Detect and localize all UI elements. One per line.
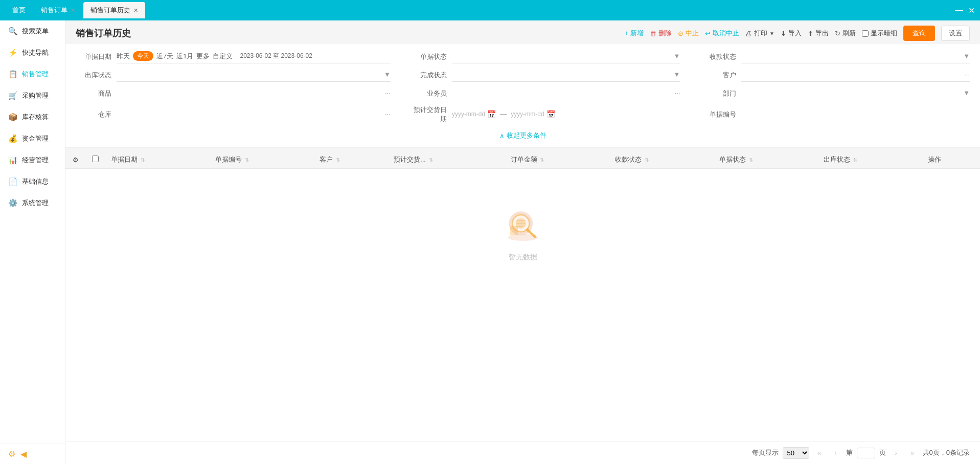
tab-sales-order-history-label: 销售订单历史 [90, 6, 130, 15]
show-cols-checkbox[interactable]: 显示暗细 [862, 29, 897, 38]
tab-sales-order-history[interactable]: 销售订单历史 ✕ [83, 2, 145, 18]
sidebar-item-operations[interactable]: 📊 经营管理 [0, 149, 65, 171]
th-number-label: 单据编号 [215, 156, 242, 163]
sidebar-item-inventory[interactable]: 📦 库存核算 [0, 106, 65, 128]
sidebar-item-basic-info-label: 基础信息 [22, 177, 49, 186]
tab-home-label: 首页 [12, 6, 26, 15]
print-button[interactable]: 🖨 打印 ▼ [745, 29, 774, 38]
quick-nav-icon: ⚡ [8, 48, 18, 57]
product-field[interactable]: ··· [117, 87, 391, 100]
th-number[interactable]: 单据编号 ⇅ [209, 151, 313, 169]
payment-status-dropdown-icon: ▼ [963, 52, 970, 60]
svg-rect-9 [510, 226, 518, 235]
th-order-status-sort-icon: ⇅ [749, 157, 753, 163]
delivery-date-end-cal-icon[interactable]: 📅 [546, 110, 555, 118]
settings-bottom-icon[interactable]: ⚙ [8, 449, 15, 459]
th-settings[interactable]: ⚙ [65, 151, 86, 169]
table-settings-icon[interactable]: ⚙ [73, 156, 79, 164]
show-cols-label: 显示暗细 [871, 29, 897, 38]
sidebar-item-search-menu[interactable]: 🔍 搜索菜单 [0, 20, 65, 42]
salesperson-field[interactable]: ··· [452, 87, 680, 100]
close-tab-sales-order-history[interactable]: ✕ [133, 7, 138, 14]
delivery-date-end[interactable]: yyyy-mm-dd [511, 111, 544, 118]
last-page-button[interactable]: » [906, 447, 919, 459]
th-customer[interactable]: 客户 ⇅ [313, 151, 388, 169]
date-option-more[interactable]: 更多 [196, 52, 210, 61]
delivery-status-field[interactable]: ▼ [117, 69, 391, 82]
warehouse-more-icon: ··· [385, 110, 391, 118]
warehouse-field[interactable]: ··· [117, 108, 391, 121]
th-amount[interactable]: 订单金额 ⇅ [505, 151, 609, 169]
th-action-label: 操作 [928, 156, 941, 163]
show-cols-input[interactable] [862, 30, 869, 37]
doc-number-field[interactable] [741, 108, 970, 121]
collapse-sidebar-icon[interactable]: ◀ [20, 449, 27, 459]
delete-button[interactable]: 🗑 删除 [650, 29, 672, 38]
filter-row-1: 单据日期 昨天 今天 近7天 近1月 更多 自定义 2023-06-02 至 2… [76, 50, 970, 63]
sidebar-item-quick-nav[interactable]: ⚡ 快捷导航 [0, 42, 65, 63]
th-date[interactable]: 单据日期 ⇅ [105, 151, 209, 169]
delivery-date-field: yyyy-mm-dd 📅 — yyyy-mm-dd 📅 [452, 108, 680, 121]
export-button[interactable]: ⬆ 导出 [808, 29, 829, 38]
delivery-date-start-cal-icon[interactable]: 📅 [487, 110, 496, 118]
payment-status-field[interactable]: ▼ [741, 50, 970, 63]
page-suffix: 页 [879, 448, 886, 457]
order-status-field[interactable]: ▼ [452, 50, 680, 63]
page-title: 销售订单历史 [76, 27, 131, 39]
date-option-custom[interactable]: 自定义 [213, 52, 233, 61]
import-button[interactable]: ⬇ 导入 [781, 29, 802, 38]
delivery-date-start[interactable]: yyyy-mm-dd [452, 111, 485, 118]
sidebar-item-finance-label: 资金管理 [22, 134, 49, 143]
close-tab-sales-order[interactable]: ✕ [71, 7, 75, 14]
th-delivery-status[interactable]: 出库状态 ⇅ [817, 151, 922, 169]
query-button[interactable]: 查询 [903, 26, 935, 41]
new-button[interactable]: + 新增 [625, 29, 644, 38]
dept-field[interactable]: ▼ [741, 87, 970, 100]
refresh-button-label: 刷新 [842, 29, 856, 38]
sidebar-item-sys-mgmt[interactable]: ⚙️ 系统管理 [0, 192, 65, 214]
cancel-stop-button[interactable]: ↩ 取消中止 [705, 29, 739, 38]
window-minimize-icon[interactable]: — [955, 6, 963, 15]
stop-button[interactable]: ⊘ 中止 [678, 29, 699, 38]
prev-page-button[interactable]: ‹ [830, 447, 842, 459]
date-option-today[interactable]: 今天 [133, 51, 153, 61]
tab-sales-order[interactable]: 销售订单 ✕ [34, 2, 82, 18]
date-option-yesterday[interactable]: 昨天 [117, 52, 130, 61]
first-page-button[interactable]: « [813, 447, 826, 459]
th-action: 操作 [922, 151, 980, 169]
delete-icon: 🗑 [650, 30, 656, 37]
customer-field[interactable]: ··· [741, 69, 970, 82]
filter-row-4: 仓库 ··· 预计交货日期 yyyy-mm-dd 📅 — yyyy-mm-dd … [76, 105, 970, 124]
sidebar-item-finance[interactable]: 💰 资金管理 [0, 128, 65, 149]
collapse-row[interactable]: ∧ 收起更多条件 [76, 129, 970, 144]
sidebar-item-basic-info[interactable]: 📄 基础信息 [0, 171, 65, 192]
doc-number-label: 单据编号 [700, 110, 741, 119]
th-delivery[interactable]: 预计交货... ⇅ [388, 151, 505, 169]
sidebar-item-inventory-label: 库存核算 [22, 113, 49, 122]
next-page-button[interactable]: › [890, 447, 902, 459]
complete-status-field[interactable]: ▼ [452, 69, 680, 82]
page-number-input[interactable]: 1 [857, 448, 875, 458]
export-button-label: 导出 [815, 29, 829, 38]
tab-home[interactable]: 首页 [5, 2, 33, 18]
page-size-select[interactable]: 20 50 100 [783, 447, 809, 459]
sys-mgmt-icon: ⚙️ [8, 198, 18, 208]
cancel-stop-icon: ↩ [705, 30, 711, 37]
main-layout: 🔍 搜索菜单 ⚡ 快捷导航 📋 销售管理 🛒 采购管理 📦 库存核算 💰 资金管… [0, 20, 980, 464]
sidebar-item-purchase-mgmt[interactable]: 🛒 采购管理 [0, 85, 65, 106]
table-section: ⚙ 单据日期 ⇅ 单据编号 ⇅ [65, 151, 980, 464]
date-option-7days[interactable]: 近7天 [156, 52, 173, 61]
window-close-icon[interactable]: ✕ [968, 6, 975, 15]
order-status-dropdown-icon: ▼ [674, 52, 680, 60]
th-order-status[interactable]: 单据状态 ⇅ [713, 151, 817, 169]
filter-panel: 单据日期 昨天 今天 近7天 近1月 更多 自定义 2023-06-02 至 2… [65, 44, 980, 148]
th-payment-status[interactable]: 收款状态 ⇅ [609, 151, 713, 169]
refresh-button[interactable]: ↻ 刷新 [835, 29, 856, 38]
date-option-1month[interactable]: 近1月 [176, 52, 193, 61]
sidebar-item-sales-mgmt-label: 销售管理 [22, 70, 49, 79]
set-button[interactable]: 设置 [941, 26, 970, 41]
th-checkbox[interactable] [86, 151, 105, 169]
sidebar-item-sales-mgmt[interactable]: 📋 销售管理 [0, 63, 65, 85]
select-all-checkbox[interactable] [92, 156, 99, 162]
th-customer-sort-icon: ⇅ [336, 157, 340, 163]
